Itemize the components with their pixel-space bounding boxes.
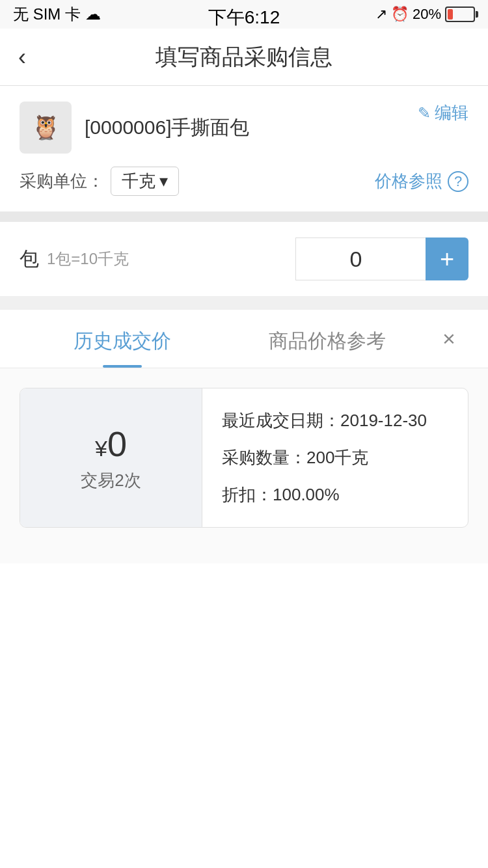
currency-symbol: ¥ (95, 436, 107, 461)
unit-value: 千克 (122, 170, 156, 193)
sim-signal-text: 无 SIM 卡 ☁ (13, 4, 101, 25)
unit-left: 采购单位： 千克 ▾ (20, 167, 179, 196)
product-header: 🦉 [0000006]手撕面包 ✎ 编辑 (20, 102, 468, 154)
price-value: 0 (107, 424, 127, 463)
bottom-content-area (0, 563, 488, 868)
history-card: ¥0 交易2次 最近成交日期：2019-12-30 采购数量：200千克 折扣：… (20, 388, 468, 528)
unit-selector[interactable]: 千克 ▾ (111, 167, 179, 196)
unit-label: 采购单位： (20, 170, 104, 193)
quantity-label: 包 1包=10千克 (20, 246, 129, 273)
quantity-input[interactable] (295, 237, 426, 280)
recent-date-value: 2019-12-30 (340, 411, 427, 430)
purchase-qty-value: 200千克 (306, 448, 368, 467)
product-unit-row: 采购单位： 千克 ▾ 价格参照 ? (20, 167, 468, 196)
status-bar: 无 SIM 卡 ☁ 下午6:12 ↗ ⏰ 20% (0, 0, 488, 29)
battery-fill (448, 9, 453, 20)
question-mark: ? (454, 173, 462, 190)
dropdown-arrow-icon: ▾ (159, 171, 168, 191)
tab-history-price[interactable]: 历史成交价 (20, 310, 224, 368)
tabs-header: 历史成交价 商品价格参考 × (0, 310, 488, 368)
status-right: ↗ ⏰ 20% (375, 6, 475, 23)
status-left: 无 SIM 卡 ☁ (13, 4, 101, 25)
tab-content-history: ¥0 交易2次 最近成交日期：2019-12-30 采购数量：200千克 折扣：… (0, 368, 488, 563)
back-button[interactable]: ‹ (18, 44, 26, 71)
edit-label: 编辑 (435, 102, 468, 124)
quantity-unit-note: 1包=10千克 (47, 249, 129, 269)
battery-icon (445, 7, 475, 22)
discount-label: 折扣： (222, 485, 273, 504)
page-title: 填写商品采购信息 (156, 42, 332, 72)
history-price-display: ¥0 (95, 424, 127, 464)
product-section: 🦉 [0000006]手撕面包 ✎ 编辑 采购单位： 千克 ▾ 价格参照 ? (0, 86, 488, 211)
battery-percent: 20% (413, 6, 441, 23)
edit-icon: ✎ (418, 104, 431, 122)
edit-button[interactable]: ✎ 编辑 (418, 102, 468, 124)
history-card-price: ¥0 交易2次 (20, 388, 202, 527)
nav-bar: ‹ 填写商品采购信息 (0, 29, 488, 86)
history-card-details: 最近成交日期：2019-12-30 采购数量：200千克 折扣：100.00% (202, 388, 468, 527)
product-name: [0000006]手撕面包 (85, 115, 249, 141)
status-time: 下午6:12 (208, 5, 280, 30)
product-left: 🦉 [0000006]手撕面包 (20, 102, 249, 154)
purchase-qty-row: 采购数量：200千克 (222, 445, 448, 470)
quantity-section: 包 1包=10千克 + (0, 222, 488, 296)
discount-value: 100.00% (273, 485, 340, 504)
discount-row: 折扣：100.00% (222, 482, 448, 508)
section-divider (0, 211, 488, 222)
recent-date-label: 最近成交日期： (222, 411, 340, 430)
purchase-qty-label: 采购数量： (222, 448, 306, 467)
location-icon: ↗ (375, 6, 387, 23)
quantity-add-button[interactable]: + (426, 237, 468, 280)
price-ref-label: 价格参照 (375, 170, 442, 193)
quantity-unit-char: 包 (20, 246, 39, 273)
product-logo-icon: 🦉 (31, 114, 61, 141)
price-reference-button[interactable]: 价格参照 ? (375, 170, 468, 193)
price-ref-help-icon: ? (448, 171, 468, 192)
tabs-section: 历史成交价 商品价格参考 × ¥0 交易2次 最近成交日期：2019-12-30… (0, 309, 488, 563)
tab-product-price-ref[interactable]: 商品价格参考 (224, 310, 429, 368)
trade-count: 交易2次 (81, 469, 141, 492)
tab-close-button[interactable]: × (429, 319, 468, 359)
alarm-icon: ⏰ (391, 6, 409, 23)
quantity-input-group: + (295, 237, 468, 280)
product-thumbnail: 🦉 (20, 102, 72, 154)
recent-date-row: 最近成交日期：2019-12-30 (222, 408, 448, 433)
